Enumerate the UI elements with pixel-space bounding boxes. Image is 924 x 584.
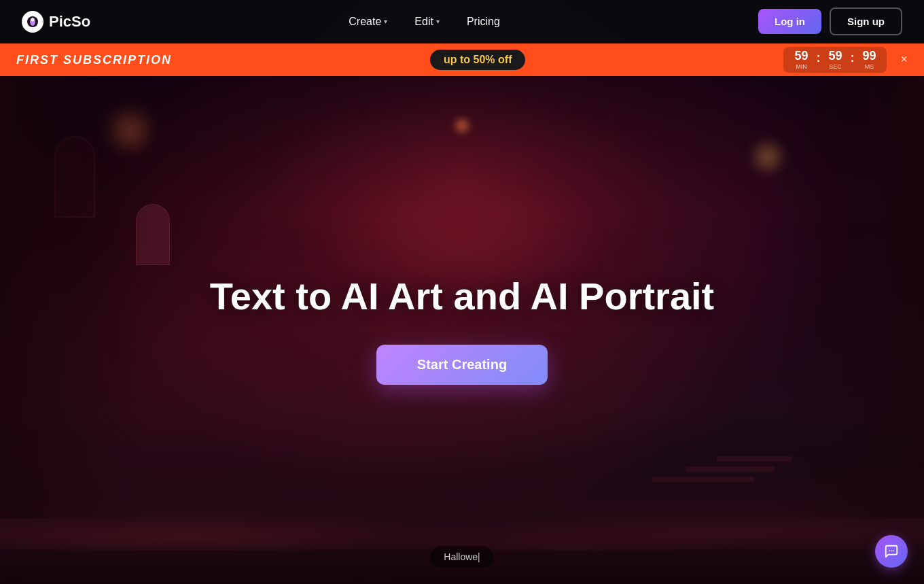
chat-icon [884,544,899,559]
timer-seconds: 59 Sec [824,50,846,70]
timer-minutes: 59 Min [790,50,812,70]
scene-right-overlay [775,76,924,518]
hero-content: Text to AI Art and AI Portrait Start Cre… [210,275,715,385]
promo-badge[interactable]: up to 50% off [430,50,525,70]
timer-sep-1: : [816,51,820,65]
logo-text: PicSo [49,13,90,31]
scene-left-overlay [0,76,149,518]
nav-pricing[interactable]: Pricing [456,10,511,33]
nav-links: Create ▾ Edit ▾ Pricing [338,10,511,33]
nav-edit[interactable]: Edit ▾ [404,10,450,33]
bottom-label: Hallowe| [430,546,493,568]
start-creating-button[interactable]: Start Creating [376,345,548,385]
signup-button[interactable]: Sign up [830,7,902,35]
promo-banner: FIRST SUBSCRIPTION up to 50% off 59 Min … [0,44,924,76]
promo-timer: 59 Min : 59 Sec : 99 MS [783,47,887,73]
promo-text: FIRST SUBSCRIPTION [16,53,172,67]
close-icon[interactable]: × [900,52,908,67]
hero-section: Text to AI Art and AI Portrait Start Cre… [0,0,924,584]
chat-bubble[interactable] [875,535,908,568]
logo[interactable]: PicSo [22,11,90,33]
timer-ms: 99 MS [858,50,880,70]
promo-right: 59 Min : 59 Sec : 99 MS × [783,47,908,73]
nav-actions: Log in Sign up [758,7,902,35]
svg-point-2 [31,18,35,21]
nav-create[interactable]: Create ▾ [338,10,398,33]
navbar: PicSo Create ▾ Edit ▾ Pricing Log in Sig… [0,0,924,44]
svg-point-3 [889,550,890,551]
chevron-down-icon: ▾ [384,18,387,25]
lantern-glow [452,116,472,136]
chevron-down-icon: ▾ [436,18,440,25]
logo-icon [22,11,43,33]
svg-point-4 [891,550,892,551]
svg-point-5 [893,550,894,551]
timer-sep-2: : [850,51,854,65]
hero-title: Text to AI Art and AI Portrait [210,275,715,317]
login-button[interactable]: Log in [758,9,821,34]
